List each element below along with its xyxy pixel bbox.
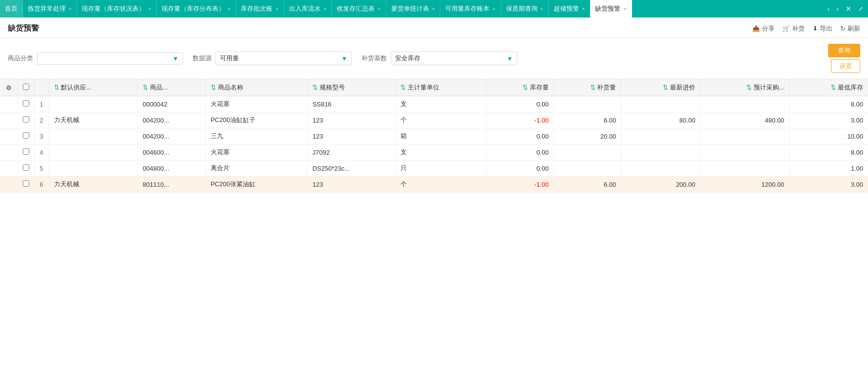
row-latest-price: 200.00: [621, 176, 701, 193]
row-supplier: [49, 96, 138, 112]
row-checkbox[interactable]: [23, 100, 29, 106]
nav-tab-batch[interactable]: 库存批次账×: [236, 0, 284, 18]
nav-tab-inout-flow[interactable]: 出入库流水×: [284, 0, 332, 18]
row-stock-qty: 0.00: [487, 128, 554, 144]
row-goods-name: PC200张紧油缸: [205, 176, 307, 193]
row-checkbox[interactable]: [23, 116, 29, 123]
goods-code-column-header[interactable]: ⇅ 商品...: [138, 79, 206, 96]
row-gear-cell: [0, 144, 18, 160]
query-button[interactable]: 查询: [828, 44, 860, 57]
nav-tab-label: 现存量（库存分布表）: [162, 4, 225, 13]
nav-tab-available-ledger[interactable]: 可用量库存账本×: [440, 0, 501, 18]
category-filter-group: 商品分类 ▼: [8, 53, 183, 65]
nav-tab-close-icon[interactable]: ×: [228, 6, 231, 12]
replenish-base-select[interactable]: 安全库存 ▼: [391, 52, 517, 65]
estimated-purchase-column-header[interactable]: ⇅ 预计采购...: [700, 79, 789, 96]
row-checkbox[interactable]: [23, 164, 29, 171]
sort-icon: ⇅: [663, 84, 668, 91]
nav-tab-shortage[interactable]: 缺货预警×: [590, 0, 632, 18]
table-body: 10000042火花塞SS816支0.008.002力天机械004200...P…: [0, 96, 868, 193]
gear-column-header[interactable]: ⚙: [0, 79, 18, 96]
latest-price-column-header[interactable]: ⇅ 最新进价: [621, 79, 701, 96]
row-number: 4: [34, 144, 49, 160]
header-actions: 📤 分享 🛒 补货 ⬇ 导出 ↻ 刷新: [752, 24, 860, 33]
nav-tab-abnormal[interactable]: 拣货异常处理×: [23, 0, 77, 18]
replenish-label: 补货: [792, 24, 805, 33]
nav-tab-close-icon[interactable]: ×: [69, 6, 72, 12]
row-stock-qty: 0.00: [487, 160, 554, 176]
sort-icon: ⇅: [143, 84, 148, 91]
nav-tab-inventory-dist[interactable]: 现存量（库存分布表）×: [157, 0, 236, 18]
row-supplier: [49, 144, 138, 160]
filter-bar: 商品分类 ▼ 数据源 可用量 ▼ 补货基数 安全库存 ▼ 查询 设置: [0, 38, 868, 79]
sort-icon: ⇅: [400, 84, 406, 91]
row-checkbox[interactable]: [23, 180, 29, 187]
row-estimated-purchase: [700, 144, 789, 160]
nav-tab-close-icon[interactable]: ×: [148, 6, 151, 12]
spec-column-header[interactable]: ⇅ 规格型号: [307, 79, 396, 96]
category-select[interactable]: ▼: [37, 53, 183, 65]
row-supplier: 力天机械: [49, 176, 138, 193]
nav-tab-close-icon[interactable]: ×: [582, 6, 585, 12]
nav-tab-close-icon[interactable]: ×: [378, 6, 380, 12]
row-latest-price: [621, 144, 701, 160]
table-header: ⚙ ⇅ 默认供应... ⇅ 商品... ⇅: [0, 79, 868, 96]
export-action[interactable]: ⬇ 导出: [813, 24, 832, 33]
row-estimated-purchase: 480.00: [700, 112, 789, 128]
row-number: 2: [34, 112, 49, 128]
nav-tab-home[interactable]: 首页: [0, 0, 23, 18]
row-min-stock: 8.00: [789, 144, 868, 160]
row-checkbox[interactable]: [23, 132, 29, 139]
nav-tab-close-icon[interactable]: ×: [275, 6, 278, 12]
row-min-stock: 3.00: [789, 112, 868, 128]
row-stock-qty: 0.00: [487, 144, 554, 160]
sort-icon: ⇅: [831, 84, 836, 91]
replenish-action[interactable]: 🛒 补货: [782, 24, 805, 33]
default-supplier-column-header[interactable]: ⇅ 默认供应...: [49, 79, 138, 96]
checkbox-column-header[interactable]: [18, 79, 34, 96]
stock-qty-column-header[interactable]: ⇅ 库存量: [487, 79, 554, 96]
nav-tab-demand-stats[interactable]: 要货单统计表×: [386, 0, 440, 18]
nav-tab-label: 超储预警: [554, 4, 579, 13]
min-stock-column-header[interactable]: ⇅ 最低库存: [789, 79, 868, 96]
nav-close-button[interactable]: ✕: [843, 3, 854, 15]
nav-tab-close-icon[interactable]: ×: [324, 6, 326, 12]
row-replenish-qty: [554, 144, 621, 160]
replenish-qty-column-header[interactable]: ⇅ 补货量: [554, 79, 621, 96]
nav-tab-expiry[interactable]: 保质期查询×: [501, 0, 549, 18]
share-label: 分享: [762, 24, 775, 33]
nav-tab-label: 保质期查询: [506, 4, 538, 13]
table-container: ⚙ ⇅ 默认供应... ⇅ 商品... ⇅: [0, 79, 868, 193]
datasource-select[interactable]: 可用量 ▼: [216, 52, 352, 65]
row-estimated-purchase: [700, 96, 789, 112]
nav-tab-close-icon[interactable]: ×: [432, 6, 435, 12]
table-row: 5004800...离合片DS250*23c...只0.001.00: [0, 160, 868, 176]
row-checkbox[interactable]: [23, 148, 29, 155]
row-goods-code: 004800...: [138, 160, 206, 176]
nav-prev-button[interactable]: ‹: [825, 3, 833, 15]
row-replenish-qty: 6.00: [554, 176, 621, 193]
replenish-icon: 🛒: [782, 25, 790, 32]
select-all-checkbox[interactable]: [23, 84, 29, 90]
row-estimated-purchase: 1200.00: [700, 176, 789, 193]
nav-tab-collect-send[interactable]: 收发存汇总表×: [332, 0, 386, 18]
settings-button[interactable]: 设置: [831, 59, 860, 73]
row-min-stock: 8.00: [789, 96, 868, 112]
share-action[interactable]: 📤 分享: [752, 24, 775, 33]
row-unit: 支: [396, 96, 487, 112]
nav-expand-button[interactable]: ⤢: [855, 3, 866, 14]
unit-column-header[interactable]: ⇅ 主计量单位: [396, 79, 487, 96]
datasource-label: 数据源: [193, 54, 212, 63]
row-supplier: 力天机械: [49, 112, 138, 128]
goods-name-column-header[interactable]: ⇅ 商品名称: [205, 79, 307, 96]
nav-tab-close-icon[interactable]: ×: [623, 6, 626, 12]
nav-tab-close-icon[interactable]: ×: [541, 6, 543, 12]
nav-tab-inventory-status[interactable]: 现存量（库存状况表）×: [77, 0, 156, 18]
nav-tab-close-icon[interactable]: ×: [492, 6, 495, 12]
refresh-action[interactable]: ↻ 刷新: [840, 24, 860, 33]
sort-icon: ⇅: [746, 84, 752, 91]
row-goods-name: 离合片: [205, 160, 307, 176]
nav-tab-overstock[interactable]: 超储预警×: [549, 0, 590, 18]
nav-next-button[interactable]: ›: [833, 3, 842, 15]
row-unit: 个: [396, 176, 487, 193]
